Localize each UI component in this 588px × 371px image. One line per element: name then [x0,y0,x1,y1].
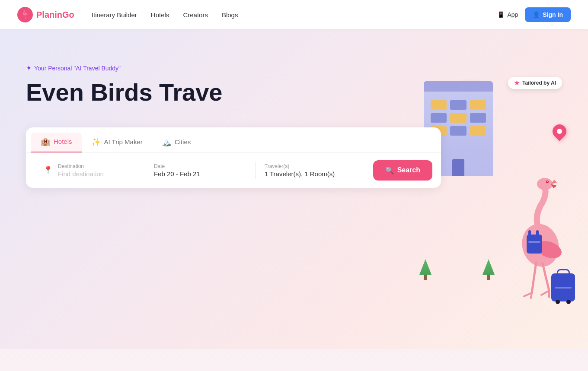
nav-link-creators[interactable]: Creators [183,11,208,19]
nav-link-itinerary[interactable]: Itinerary Builder [92,11,137,19]
logo[interactable]: 🦩 PlaninGo [17,7,74,22]
svg-rect-13 [536,230,539,236]
hero-content: ✦ Your Personal "AI Travel Buddy" Even B… [26,64,294,188]
search-bar: 📍 Destination Find destination Date Feb … [26,153,441,188]
svg-rect-12 [528,230,531,236]
tab-cities[interactable]: 🏔️ Cities [152,133,201,152]
svg-line-9 [541,291,549,295]
illustration-container: ★ Tailored by AI [415,73,579,306]
user-icon: 👤 [533,11,540,18]
tailored-badge: ★ Tailored by AI [508,77,562,89]
nav-link-blogs[interactable]: Blogs [222,11,238,19]
tab-hotels[interactable]: 🏨 Hotels [31,133,82,152]
nav-links: Itinerary Builder Hotels Creators Blogs [92,11,238,19]
search-icon: 🔍 [385,166,394,174]
svg-point-4 [547,181,548,182]
search-tabs: 🏨 Hotels ✨ AI Trip Maker 🏔️ Cities [26,127,441,153]
signin-button[interactable]: 👤 Sign In [525,7,571,22]
svg-line-8 [531,293,532,298]
map-pin [550,121,569,141]
nav-right: 📱 App 👤 Sign In [497,7,571,22]
svg-line-6 [543,263,549,291]
logo-text: PlaninGo [36,10,74,20]
ai-icon: ✨ [91,137,101,147]
svg-point-3 [546,181,549,183]
hero-section: ✦ Your Personal "AI Travel Buddy" Even B… [0,29,588,349]
hero-illustration: ★ Tailored by AI [406,29,588,349]
logo-icon: 🦩 [17,7,33,22]
location-icon: 📍 [43,165,53,175]
navbar: 🦩 PlaninGo Itinerary Builder Hotels Crea… [0,0,588,29]
svg-point-2 [537,178,553,190]
svg-rect-14 [528,241,540,243]
mobile-icon: 📱 [497,11,505,18]
tree-left [419,259,431,280]
tab-ai-trip[interactable]: ✨ AI Trip Maker [82,133,152,152]
travelers-field[interactable]: Traveler(s) 1 Traveler(s), 1 Room(s) [256,160,366,181]
search-button[interactable]: 🔍 Search [373,160,432,181]
hero-title: Even Birds Trave [26,79,294,106]
svg-rect-11 [527,235,542,254]
bottom-section: I'm Quite a Traveler Myself and Know the… [0,349,588,371]
date-field[interactable]: Date Feb 20 - Feb 21 [145,160,256,181]
destination-field[interactable]: 📍 Destination Find destination [35,160,145,181]
building-door [452,159,464,176]
hero-badge: ✦ Your Personal "AI Travel Buddy" [26,64,121,72]
sparkle-icon: ✦ [26,64,32,72]
luggage [551,273,575,301]
svg-line-5 [532,263,536,293]
search-card: 🏨 Hotels ✨ AI Trip Maker 🏔️ Cities 📍 [26,127,441,188]
app-button[interactable]: 📱 App [497,11,518,18]
mountain-icon: 🏔️ [162,137,171,147]
nav-link-hotels[interactable]: Hotels [151,11,169,19]
hotels-icon: 🏨 [41,137,50,146]
star-icon: ★ [514,79,520,86]
